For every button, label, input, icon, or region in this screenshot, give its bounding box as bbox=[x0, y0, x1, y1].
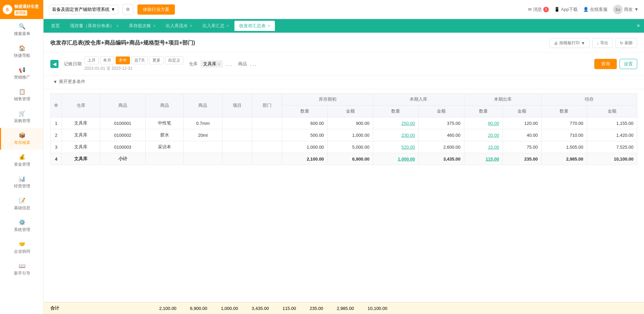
total-open-qty: 2,100.00 bbox=[159, 306, 177, 311]
subtotal-in-qty[interactable]: 1,000.00 bbox=[373, 153, 418, 165]
row1-bal-amt: 1,155.00 bbox=[587, 117, 637, 129]
bottom-total-bar: 合计 2,100.00 6,900.00 1,000.00 3,435.00 1… bbox=[44, 302, 644, 314]
filter-settings-button[interactable]: 设置 bbox=[620, 59, 637, 69]
row2-in-qty[interactable]: 230.00 bbox=[373, 129, 418, 141]
tab-inout-summary-close[interactable]: × bbox=[227, 23, 229, 28]
settings-icon: ⚙ bbox=[126, 7, 130, 12]
row3-dept bbox=[252, 141, 282, 153]
query-button[interactable]: 查询 bbox=[594, 59, 617, 69]
message-button[interactable]: ✉ 消息 6 bbox=[528, 6, 549, 13]
warehouse-header: 仓库 bbox=[62, 94, 100, 117]
tab-inventory-dist[interactable]: 现存量（库存分布表） × bbox=[65, 21, 123, 31]
row2-in-amt: 460.00 bbox=[418, 129, 464, 141]
tab-batch-close[interactable]: × bbox=[153, 23, 155, 28]
sidebar-item-business[interactable]: 📊 经营管理 bbox=[0, 171, 43, 193]
cart-icon: 🛒 bbox=[19, 110, 26, 117]
settings-button[interactable]: ⚙ bbox=[122, 4, 133, 15]
warehouse-tag-close[interactable]: × bbox=[218, 62, 220, 67]
subtotal-out-amt: 235.00 bbox=[503, 153, 542, 165]
warehouse-filter-label: 仓库 bbox=[189, 61, 198, 67]
sidebar-item-search[interactable]: 🔍 搜索菜单 bbox=[0, 19, 43, 41]
phone-icon: 📱 bbox=[554, 7, 560, 12]
try-industry-button[interactable]: 体验行业方案 bbox=[137, 4, 175, 15]
row1-bal-qty: 770.00 bbox=[541, 117, 587, 129]
row1-in-qty[interactable]: 250.00 bbox=[373, 117, 418, 129]
row1-out-qty[interactable]: 80.00 bbox=[464, 117, 503, 129]
filter-bar: ◀ 记账日期 上月 本月 本年 近7天 更多 自定义 2023-01-01 至 bbox=[44, 52, 644, 76]
total-out-qty: 115.00 bbox=[282, 306, 296, 311]
export-button[interactable]: ↓ 导出 bbox=[592, 38, 613, 48]
online-service-button[interactable]: 👤 在线客服 bbox=[583, 6, 608, 13]
tab-home[interactable]: 首页 bbox=[46, 21, 65, 31]
sidebar-item-collab[interactable]: 🤝 企业协同 bbox=[0, 237, 43, 259]
user-menu[interactable]: Ea 用友 ▼ bbox=[613, 5, 639, 14]
logo-icon: 6 bbox=[3, 5, 12, 14]
tab-receive-summary-close[interactable]: × bbox=[268, 23, 270, 28]
row2-out-qty[interactable]: 20.00 bbox=[464, 129, 503, 141]
subtotal-empty4 bbox=[252, 153, 282, 165]
warehouse-more-button[interactable]: ... bbox=[226, 61, 233, 68]
sidebar-item-inventory[interactable]: 📦 库存核算 bbox=[0, 128, 43, 150]
app-download-label: App下载 bbox=[561, 6, 578, 13]
app-download-button[interactable]: 📱 App下载 bbox=[554, 6, 578, 13]
last-month-button[interactable]: 上月 bbox=[84, 56, 99, 64]
this-month-button[interactable]: 本月 bbox=[100, 56, 114, 64]
row2-no: 2 bbox=[51, 129, 62, 141]
tab-receive-summary[interactable]: 收发存汇总表 × bbox=[234, 21, 275, 31]
tab-bar-close-button[interactable]: × bbox=[635, 21, 641, 30]
tab-inventory-dist-label: 现存量（库存分布表） bbox=[70, 23, 114, 29]
sidebar-item-guide[interactable]: 📖 新手引导 bbox=[0, 259, 43, 280]
sidebar-item-label: 资金管理 bbox=[14, 162, 30, 167]
subtotal-bal-qty: 2,985.00 bbox=[541, 153, 587, 165]
subtotal-out-qty[interactable]: 115.00 bbox=[464, 153, 503, 165]
row1-no: 1 bbox=[51, 117, 62, 129]
goods-more-button[interactable]: ... bbox=[250, 61, 257, 68]
row1-out-amt: 120.00 bbox=[503, 117, 542, 129]
row3-open-amt: 5,000.00 bbox=[328, 141, 373, 153]
sidebar-item-basic[interactable]: 📝 基础信息 bbox=[0, 193, 43, 215]
goods-filter-group: 商品 ... bbox=[238, 61, 257, 68]
row3-in-qty[interactable]: 520.00 bbox=[373, 141, 418, 153]
tab-inout-summary[interactable]: 出入库汇总 × bbox=[198, 21, 234, 31]
tab-inventory-dist-close[interactable]: × bbox=[116, 23, 119, 28]
custom-date-button[interactable]: 自定义 bbox=[165, 56, 183, 64]
total-open-amt: 6,900.00 bbox=[190, 306, 208, 311]
refresh-button[interactable]: ↻ 刷新 bbox=[615, 38, 637, 48]
sidebar-item-finance[interactable]: 💰 资金管理 bbox=[0, 150, 43, 171]
tab-batch[interactable]: 库存批次账 × bbox=[124, 21, 160, 31]
tab-inout-flow[interactable]: 出入库流水 × bbox=[161, 21, 197, 31]
sidebar-item-label: 基础信息 bbox=[14, 205, 30, 211]
online-service-label: 在线客服 bbox=[590, 6, 608, 13]
more-dates-button[interactable]: 更多 bbox=[149, 56, 164, 64]
table-row: 2 文具库 0100002 胶水 20ml 500.00 1,000.00 23… bbox=[51, 129, 637, 141]
sidebar-item-label: 快捷导航 bbox=[14, 53, 30, 59]
expand-conditions-button[interactable]: ▼ 展开更多条件 bbox=[50, 77, 637, 86]
total-values: 2,100.00 6,900.00 1,000.00 3,435.00 115.… bbox=[159, 306, 387, 311]
this-year-button[interactable]: 本年 bbox=[116, 56, 130, 64]
sidebar-item-label: 营销推广 bbox=[14, 75, 30, 80]
sidebar-item-label: 库存核算 bbox=[14, 140, 30, 146]
content-area: 收发存汇总表(按仓库+商品编码+商品+规格型号+项目+部门) 🖨 按模板打印 ▼… bbox=[44, 33, 644, 314]
filter-toggle-button[interactable]: ◀ bbox=[50, 60, 59, 68]
sidebar-item-sales[interactable]: 📋 销售管理 bbox=[0, 84, 43, 106]
gear-icon: ⚙️ bbox=[19, 219, 26, 226]
sidebar-item-marketing[interactable]: 📢 营销推广 bbox=[0, 63, 43, 84]
row3-warehouse: 文具库 bbox=[62, 141, 100, 153]
note-icon: 📝 bbox=[19, 197, 26, 204]
tab-bar: 首页 现存量（库存分布表） × 库存批次账 × 出入库流水 × 出入库汇总 × … bbox=[44, 19, 644, 33]
sidebar-item-quicknav[interactable]: 🏠 快捷导航 bbox=[0, 41, 43, 63]
last7days-button[interactable]: 近7天 bbox=[131, 56, 148, 64]
page-container: 收发存汇总表(按仓库+商品编码+商品+规格型号+项目+部门) 🖨 按模板打印 ▼… bbox=[44, 33, 644, 314]
clipboard-icon: 📋 bbox=[19, 88, 26, 95]
tab-inout-flow-close[interactable]: × bbox=[190, 23, 192, 28]
warehouse-tag: 文具库 × bbox=[200, 60, 223, 68]
col-settings-header[interactable]: ⚙ bbox=[51, 94, 62, 117]
handshake-icon: 🤝 bbox=[19, 241, 26, 247]
row3-out-qty[interactable]: 15.00 bbox=[464, 141, 503, 153]
opening-header: 库存期初 bbox=[282, 94, 373, 105]
sidebar-item-system[interactable]: ⚙️ 系统管理 bbox=[0, 215, 43, 237]
system-title-dropdown[interactable]: 装备及固定资产辅助管理系统 ▼ bbox=[49, 5, 118, 14]
sidebar-item-purchase[interactable]: 🛒 采购管理 bbox=[0, 106, 43, 128]
print-button[interactable]: 🖨 按模板打印 ▼ bbox=[549, 38, 590, 48]
expand-label: 展开更多条件 bbox=[59, 79, 85, 85]
